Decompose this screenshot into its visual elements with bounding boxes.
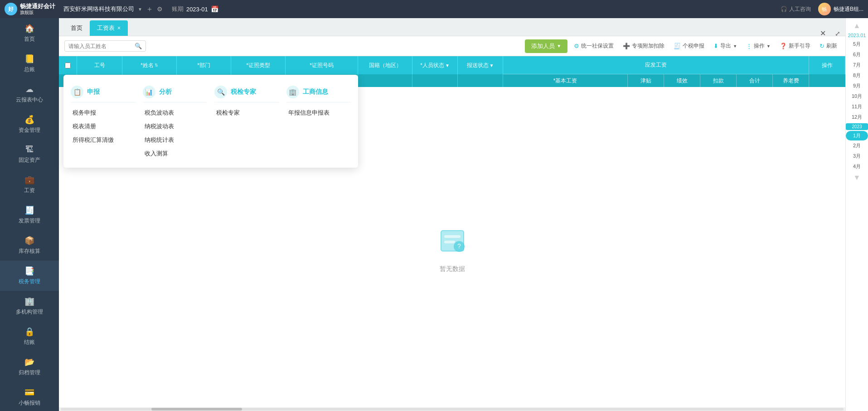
sidebar-item-salary[interactable]: 💼 工资	[0, 169, 59, 200]
dropdown-item-tax-table[interactable]: 税表清册	[71, 120, 136, 133]
unified-social-icon: ⚙	[574, 43, 579, 49]
search-input[interactable]	[68, 43, 132, 49]
timeline-month-4[interactable]: 4月	[846, 161, 868, 172]
timeline-month-1-active[interactable]: 1月	[846, 131, 868, 140]
inventory-icon: 📦	[24, 236, 34, 246]
dropdown-item-tax-payment[interactable]: 纳税波动表	[143, 120, 208, 133]
timeline-month-5[interactable]: 5月	[846, 39, 868, 49]
sidebar-item-multi-org[interactable]: 🏢 多机构管理	[0, 291, 59, 321]
timeline-month-10[interactable]: 10月	[846, 91, 868, 102]
tax-dropdown-menu: 📋 申报 税务申报 税表清册 所得税汇算清缴 📊 分析 税负波动表 纳税波动表 …	[63, 75, 358, 168]
tab-close-button[interactable]: ×	[117, 25, 121, 31]
sidebar-item-fund[interactable]: 💰 资金管理	[0, 109, 59, 140]
sidebar-item-asset[interactable]: 🏗 固定资产	[0, 140, 59, 169]
special-deduction-label: 专项附加扣除	[632, 42, 664, 50]
timeline-up-button[interactable]: ▲	[852, 20, 863, 32]
report-status-filter-icon[interactable]: ▼	[490, 63, 494, 68]
sidebar-label-multi-org: 多机构管理	[16, 308, 43, 316]
fund-icon: 💰	[24, 115, 34, 125]
th-name[interactable]: *姓名 ⇅	[122, 56, 177, 74]
tab-salary[interactable]: 工资表 ×	[90, 20, 128, 36]
timeline-month-6[interactable]: 6月	[846, 49, 868, 60]
sidebar-item-inventory[interactable]: 📦 库存核算	[0, 230, 59, 261]
tab-home[interactable]: 首页	[63, 20, 90, 36]
timeline-month-11[interactable]: 11月	[846, 102, 868, 112]
timeline-month-8[interactable]: 8月	[846, 70, 868, 81]
company-dropdown-arrow[interactable]: ▼	[138, 7, 142, 12]
close-window-button[interactable]: ✕	[817, 28, 829, 39]
support-button[interactable]: 🎧 人工咨询	[781, 5, 811, 13]
status-filter-icon[interactable]: ▼	[445, 63, 450, 68]
dropdown-section-business: 🏢 工商信息 年报信息申报表	[286, 82, 351, 160]
sidebar-item-cloud[interactable]: ☁ 云报表中心	[0, 79, 59, 109]
operation-button[interactable]: ⋮ 操作 ▼	[743, 40, 773, 52]
dropdown-item-tax-stats[interactable]: 纳税统计表	[143, 133, 208, 147]
th-status[interactable]: *人员状态 ▼	[412, 56, 458, 74]
timeline-current-year: 2023	[846, 123, 868, 130]
refresh-icon: ↻	[820, 43, 824, 49]
company-selector[interactable]: 西安虾米网络科技有限公司 ▼	[63, 5, 142, 13]
sidebar-item-ledger[interactable]: 📒 总账	[0, 48, 59, 79]
company-name: 西安虾米网络科技有限公司	[63, 5, 134, 13]
export-arrow: ▼	[733, 44, 737, 48]
dropdown-item-tax-expert[interactable]: 税检专家	[214, 106, 279, 120]
sidebar: 🏠 首页 📒 总账 ☁ 云报表中心 💰 资金管理 🏗 固定资产 💼 工资 🧾 发…	[0, 18, 59, 411]
calendar-icon[interactable]: 📅	[211, 5, 218, 13]
dropdown-item-tax-declaration[interactable]: 税务申报	[71, 106, 136, 120]
th-id-type: *证照类型	[231, 56, 286, 74]
add-person-button[interactable]: 添加人员 ▼	[525, 39, 567, 53]
support-label: 人工咨询	[789, 5, 811, 13]
add-company-button[interactable]: ＋	[146, 5, 153, 14]
sidebar-item-close[interactable]: 🔒 结账	[0, 321, 59, 352]
logo-sub: 旗舰版	[20, 10, 55, 15]
sidebar-label-invoice: 发票管理	[19, 217, 40, 225]
th-total: 合计	[737, 74, 773, 87]
personal-tax-button[interactable]: 🧾 个税申报	[671, 40, 707, 52]
tab-salary-label: 工资表	[97, 24, 115, 32]
unified-social-button[interactable]: ⚙ 统一社保设置	[571, 40, 616, 52]
special-deduction-button[interactable]: ➕ 专项附加扣除	[620, 40, 667, 52]
tab-bar: 首页 工资表 ×	[59, 18, 845, 36]
export-button[interactable]: ⬇ 导出 ▼	[711, 40, 740, 52]
timeline-month-3[interactable]: 3月	[846, 151, 868, 161]
scrollbar-thumb[interactable]	[151, 408, 242, 411]
dropdown-item-tax-burden[interactable]: 税负波动表	[143, 106, 208, 120]
analysis-section-title: 分析	[159, 88, 172, 96]
th-dept: *部门	[177, 56, 231, 74]
operation-icon: ⋮	[746, 43, 752, 49]
search-wrap[interactable]: 🔍	[64, 40, 146, 52]
personal-tax-icon: 🧾	[674, 43, 681, 49]
dropdown-item-annual-report[interactable]: 年报信息申报表	[286, 106, 351, 120]
sidebar-item-expense[interactable]: 💳 小畅报销	[0, 382, 59, 411]
timeline-month-7[interactable]: 7月	[846, 60, 868, 70]
timeline-month-2[interactable]: 2月	[846, 140, 868, 151]
dropdown-item-income-tax-settlement[interactable]: 所得税汇算清缴	[71, 133, 136, 147]
settings-button[interactable]: ⚙	[157, 5, 163, 13]
refresh-button[interactable]: ↻ 刷新	[817, 40, 840, 52]
select-all-checkbox[interactable]	[65, 63, 71, 68]
timeline-month-12[interactable]: 12月	[846, 112, 868, 122]
timeline-month-9[interactable]: 9月	[846, 81, 868, 91]
new-guide-button[interactable]: ❓ 新手引导	[777, 40, 813, 52]
sidebar-item-invoice[interactable]: 🧾 发票管理	[0, 200, 59, 230]
name-sort-icon[interactable]: ⇅	[155, 63, 158, 68]
th-checkbox[interactable]	[59, 56, 77, 74]
invoice-icon: 🧾	[24, 205, 34, 215]
period-selector[interactable]: 账期 2023-01 📅	[172, 5, 218, 13]
sidebar-label-salary: 工资	[24, 187, 35, 194]
sidebar-item-home[interactable]: 🏠 首页	[0, 18, 59, 48]
horizontal-scrollbar[interactable]	[59, 407, 845, 411]
th-ops: 操作	[809, 56, 845, 74]
resize-window-button[interactable]: ⤢	[832, 29, 843, 38]
dropdown-section-report: 📋 申报 税务申报 税表清册 所得税汇算清缴	[71, 82, 136, 160]
th-report-status[interactable]: 报送状态 ▼	[458, 56, 503, 74]
report-section-icon: 📋	[71, 86, 83, 98]
timeline-down-button[interactable]: ▼	[852, 172, 863, 184]
dropdown-item-income-forecast[interactable]: 收入测算	[143, 147, 208, 160]
sidebar-item-archive[interactable]: 📂 归档管理	[0, 352, 59, 382]
expert-section-header: 🔍 税检专家	[214, 82, 279, 102]
toolbar: 🔍 添加人员 ▼ ⚙ 统一社保设置 ➕ 专项附加扣除 🧾 个税申报 ⬇ 导出	[59, 36, 845, 56]
close-icon: 🔒	[24, 327, 34, 337]
sidebar-item-tax[interactable]: 📑 税务管理	[0, 261, 59, 291]
user-menu[interactable]: 畅 畅捷通B组...	[818, 3, 863, 15]
